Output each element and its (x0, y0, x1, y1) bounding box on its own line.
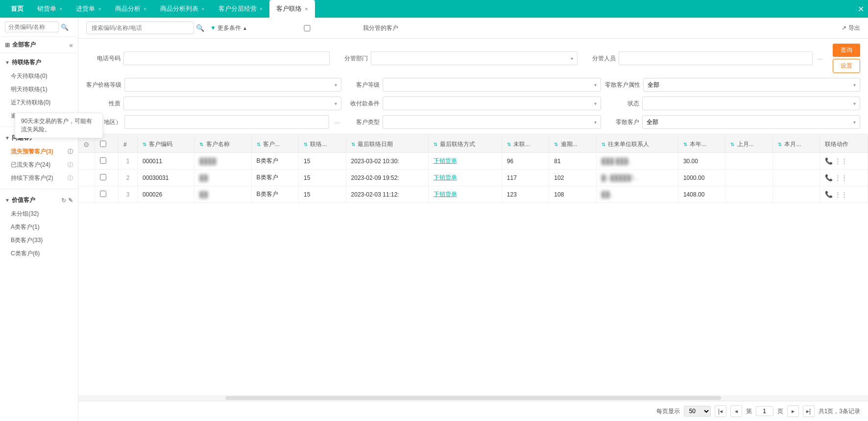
sidebar-item-today[interactable]: 今天待联络(0) (0, 70, 78, 83)
sort-icon-lmonth[interactable]: ⇅ (730, 142, 734, 147)
my-customers-checkbox-label[interactable]: 我分管的客户 (253, 24, 398, 32)
sidebar-item-ungroup[interactable]: 未分组(32) (0, 207, 78, 221)
region-input[interactable] (124, 115, 329, 129)
phone-action-icon-2[interactable]: 📞 (825, 191, 833, 198)
td-name-0: ████ (194, 153, 251, 170)
price-level-select[interactable]: ▾ (124, 78, 341, 92)
dept-select[interactable]: ▾ (371, 51, 577, 65)
sort-icon-name[interactable]: ⇅ (199, 142, 203, 147)
sort-icon-type[interactable]: ⇅ (257, 142, 261, 147)
row-checkbox-0[interactable] (100, 157, 106, 164)
td-action-2: 📞 ⋮⋮ (820, 186, 868, 203)
tab-analysis-table[interactable]: 商品分析列表 × (153, 0, 211, 18)
row-checkbox-2[interactable] (100, 191, 106, 197)
edit-icon[interactable]: ✎ (68, 197, 73, 204)
sidebar-item-churn-warning[interactable]: 流失预警客户(3) ⓘ (0, 145, 78, 158)
first-page-button[interactable]: |◂ (715, 405, 726, 417)
sidebar-section-value: ▼ 价值客户 ↻ ✎ 未分组(32) A类客户(1) B类客户(33) C类客户… (0, 191, 78, 262)
my-customers-checkbox[interactable] (253, 25, 361, 31)
tab-customer-contact[interactable]: 客户联络 × (269, 0, 314, 18)
filter-dept: 分管部门 ▾ (334, 51, 577, 65)
query-button[interactable]: 查询 (833, 44, 860, 57)
more-action-icon-1[interactable]: ⋮⋮ (835, 174, 847, 181)
sidebar-item-7days[interactable]: 近7天待联络(0) (0, 96, 78, 109)
nature-select[interactable]: ▾ (123, 97, 341, 110)
row-checkbox-1[interactable] (100, 174, 106, 180)
info-icon-3[interactable]: ⓘ (68, 174, 73, 182)
tab-purchase[interactable]: 进货单 × (69, 0, 108, 18)
sort-icon-year[interactable]: ⇅ (683, 142, 687, 147)
sort-icon-date[interactable]: ⇅ (351, 142, 355, 147)
sidebar: 🔍 ⊞ 全部客户 « ▼ 待联络客户 今天待联络(0) 明天待联络(1) 近7天… (0, 18, 78, 421)
settings-button[interactable]: 设置 (833, 59, 860, 73)
td-last-date-0: 2023-03-02 10:30: (346, 153, 428, 170)
export-button[interactable]: ↗ 导出 (842, 24, 860, 32)
page-number-input[interactable] (756, 406, 773, 416)
last-page-button[interactable]: ▸| (803, 405, 815, 417)
col-uncontacted-label: 未联... (513, 141, 530, 148)
retail-attr-select[interactable]: 全部 ▾ (643, 78, 860, 92)
sidebar-search-input[interactable] (5, 22, 59, 32)
td-contact-1: 15 (299, 170, 346, 186)
filter-retail-attr: 零散客户属性 全部 ▾ (605, 78, 860, 92)
info-icon-1[interactable]: ⓘ (68, 148, 73, 155)
sidebar-section-value-title[interactable]: ▼ 价值客户 ↻ ✎ (0, 193, 78, 207)
sidebar-item-tomorrow[interactable]: 明天待联络(1) (0, 83, 78, 96)
next-page-button[interactable]: ▸ (787, 405, 799, 417)
tab-sales[interactable]: 销货单 × (30, 0, 69, 18)
region-more[interactable]: ··· (332, 119, 341, 126)
sidebar-item-declining[interactable]: 持续下滑客户(2) ⓘ (0, 172, 78, 185)
tab-analysis-table-close[interactable]: × (201, 6, 204, 12)
retail-attr-value: 全部 (648, 81, 659, 89)
sort-icon-unit[interactable]: ⇅ (602, 142, 605, 147)
sidebar-item-class-a[interactable]: A类客户(1) (0, 221, 78, 234)
tab-home[interactable]: 首页 (4, 0, 30, 18)
phone-action-icon-1[interactable]: 📞 (825, 174, 833, 181)
sidebar-item-class-c[interactable]: C类客户(6) (0, 247, 78, 260)
more-action-icon-0[interactable]: ⋮⋮ (835, 157, 847, 165)
table-settings-gear[interactable]: ⚙ (83, 141, 90, 149)
search-input[interactable] (86, 22, 194, 34)
sort-icon-overdue[interactable]: ⇅ (554, 142, 558, 147)
info-icon-2[interactable]: ⓘ (68, 161, 73, 169)
pending-section-label: 待联络客户 (12, 58, 41, 67)
sort-icon-contact[interactable]: ⇅ (304, 142, 308, 147)
manager-input[interactable] (619, 51, 813, 65)
sort-icon-code[interactable]: ⇅ (143, 142, 146, 147)
status-select[interactable]: ▾ (642, 97, 860, 110)
sort-icon-tmonth[interactable]: ⇅ (778, 142, 782, 147)
tab-purchase-close[interactable]: × (98, 6, 101, 12)
sort-icon-uncontacted[interactable]: ⇅ (507, 142, 511, 147)
sidebar-collapse-btn[interactable]: « (69, 41, 73, 49)
customer-level-select[interactable]: ▾ (383, 78, 601, 92)
prev-page-button[interactable]: ◂ (730, 405, 742, 417)
th-unit-contacts: ⇅ 往来单位联系人 (596, 136, 678, 153)
tab-customer-tier-close[interactable]: × (260, 6, 263, 12)
customer-type-select[interactable]: ▾ (383, 115, 601, 129)
retail-customer-select[interactable]: 全部 ▾ (642, 115, 860, 129)
tab-analysis[interactable]: 商品分析 × (108, 0, 153, 18)
tab-analysis-close[interactable]: × (144, 6, 146, 12)
sort-icon-way[interactable]: ⇅ (434, 142, 437, 147)
td-last-date-2: 2023-02-03 11:12: (346, 186, 428, 203)
sidebar-all-customers[interactable]: ⊞ 全部客户 « (0, 37, 78, 53)
tab-customer-tier[interactable]: 客户分层经营 × (212, 0, 269, 18)
more-conditions-button[interactable]: ▼ 更多条件 ▲ (210, 24, 247, 32)
scrollbar-track[interactable] (225, 396, 721, 400)
tab-sales-close[interactable]: × (59, 6, 62, 12)
manager-more[interactable]: ··· (816, 55, 825, 62)
phone-action-icon-0[interactable]: 📞 (825, 157, 833, 165)
refresh-icon[interactable]: ↻ (61, 197, 66, 204)
window-close-button[interactable]: ✕ (858, 4, 864, 14)
phone-label: 电话号码 (86, 54, 121, 63)
phone-input[interactable] (123, 51, 330, 65)
sidebar-item-churned[interactable]: 已流失客户(24) ⓘ (0, 158, 78, 172)
sidebar-item-class-b[interactable]: B类客户(33) (0, 234, 78, 247)
more-action-icon-2[interactable]: ⋮⋮ (835, 191, 847, 198)
select-all-checkbox[interactable] (100, 141, 106, 147)
page-size-select[interactable]: 50 100 (684, 406, 711, 417)
payment-select[interactable]: ▾ (383, 97, 601, 110)
sidebar-section-pending-title[interactable]: ▼ 待联络客户 (0, 55, 78, 70)
search-button[interactable]: 🔍 (196, 24, 204, 32)
tab-customer-contact-close[interactable]: × (305, 6, 308, 12)
